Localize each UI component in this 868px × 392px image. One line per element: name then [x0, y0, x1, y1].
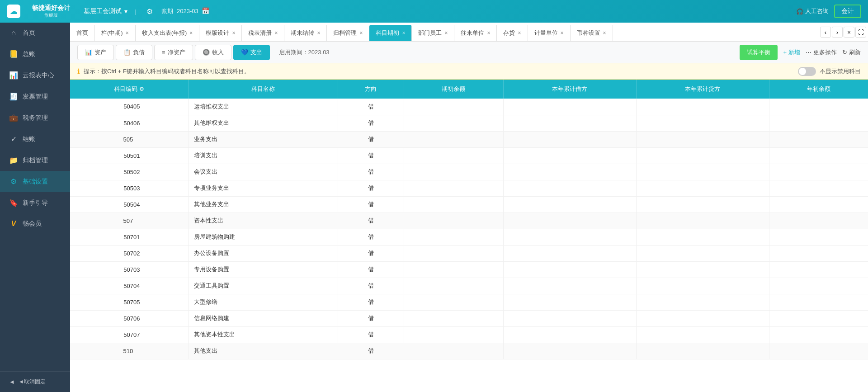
- calc-balance-button[interactable]: 试算平衡: [740, 45, 778, 60]
- tab-partner[interactable]: 往来单位 ×: [454, 25, 497, 41]
- sidebar-item-invoice[interactable]: 🧾 发票管理: [0, 86, 70, 107]
- table-row[interactable]: 50702 办公设备购置 借: [70, 245, 868, 261]
- tab-balance-mid[interactable]: 栏(中期) ×: [95, 25, 136, 41]
- tab-dept[interactable]: 部门员工 ×: [412, 25, 454, 41]
- col-opening: 期初余额: [404, 80, 503, 99]
- tab-income-year[interactable]: 收入支出表(年报) ×: [136, 25, 200, 41]
- tab-expand-button[interactable]: ⛶: [855, 27, 866, 38]
- project-name: 基层工会测试: [84, 7, 122, 15]
- cell-ytd-debit: [503, 294, 636, 310]
- cell-code: 50707: [70, 326, 188, 343]
- table-row[interactable]: 505 业务支出 借: [70, 131, 868, 147]
- tab-home[interactable]: 首页: [70, 25, 95, 41]
- sidebar-label-ledger: 总账: [23, 50, 35, 58]
- tab-next-button[interactable]: ›: [832, 27, 843, 38]
- tab-close-tax[interactable]: ×: [274, 30, 278, 36]
- sidebar-item-reports[interactable]: 📊 云报表中心: [0, 65, 70, 86]
- cell-ytd-credit: [636, 326, 769, 343]
- tab-close-unit[interactable]: ×: [561, 30, 564, 36]
- tab-tax[interactable]: 税表清册 ×: [242, 25, 284, 41]
- calendar-icon[interactable]: 📅: [202, 7, 209, 14]
- sidebar-collapse-button[interactable]: ◄ ◄取消固定: [0, 371, 70, 392]
- help-button[interactable]: 🎧 人工咨询: [796, 7, 829, 15]
- sub-tab-income[interactable]: 🔘 收入: [195, 45, 231, 60]
- add-button[interactable]: + 新增: [783, 48, 800, 57]
- sidebar-item-home[interactable]: ⌂ 首页: [0, 23, 70, 43]
- cell-ytd-credit: [636, 278, 769, 294]
- tab-unit[interactable]: 计量单位 ×: [528, 25, 571, 41]
- tab-close-period[interactable]: ×: [317, 30, 320, 36]
- cell-ytd-balance: [769, 213, 868, 229]
- table-row[interactable]: 50707 其他资本性支出 借: [70, 326, 868, 343]
- sidebar-label-reports: 云报表中心: [23, 71, 54, 80]
- table-row[interactable]: 50704 交通工具购置 借: [70, 278, 868, 294]
- cell-ytd-credit: [636, 115, 769, 131]
- sidebar-item-archive[interactable]: 📁 归档管理: [0, 150, 70, 171]
- sub-tab-liability[interactable]: 📋 负债: [116, 45, 152, 60]
- cell-ytd-debit: [503, 343, 636, 359]
- cell-ytd-balance: [769, 326, 868, 343]
- cell-direction: 借: [338, 213, 404, 229]
- cell-direction: 借: [338, 196, 404, 213]
- table-row[interactable]: 50501 培训支出 借: [70, 147, 868, 164]
- tab-prev-button[interactable]: ‹: [820, 27, 831, 38]
- table-row[interactable]: 50503 专项业务支出 借: [70, 180, 868, 196]
- table-row[interactable]: 50706 信息网络购建 借: [70, 310, 868, 326]
- cell-code: 50405: [70, 99, 188, 115]
- sidebar-item-member[interactable]: V 畅会员: [0, 213, 70, 234]
- sidebar-item-settle[interactable]: ✓ 结账: [0, 128, 70, 150]
- sub-tab-expense[interactable]: 💙 支出: [233, 45, 270, 60]
- net-asset-icon: ≡: [162, 49, 165, 56]
- tab-close-currency[interactable]: ×: [603, 30, 606, 36]
- table-row[interactable]: 50504 其他业务支出 借: [70, 196, 868, 213]
- header-divider: |: [135, 8, 136, 15]
- tab-close-income[interactable]: ×: [189, 30, 193, 36]
- tab-archive[interactable]: 归档管理 ×: [327, 25, 369, 41]
- table-row[interactable]: 50701 房屋建筑物购建 借: [70, 229, 868, 245]
- settings-icon[interactable]: ⚙: [143, 5, 156, 18]
- sidebar-item-tax[interactable]: 💼 税务管理: [0, 107, 70, 128]
- cell-name: 大型修缮: [188, 294, 338, 310]
- tab-close-partner[interactable]: ×: [487, 30, 490, 36]
- cell-ytd-debit: [503, 278, 636, 294]
- col-direction: 方向: [338, 80, 404, 99]
- tab-close-all-button[interactable]: ×: [844, 27, 854, 38]
- refresh-button[interactable]: ↻ 刷新: [842, 48, 861, 57]
- sidebar-item-settings[interactable]: ⚙ 基础设置: [0, 171, 70, 192]
- table-row[interactable]: 507 资本性支出 借: [70, 213, 868, 229]
- tab-currency[interactable]: 币种设置 ×: [571, 25, 613, 41]
- tab-inventory[interactable]: 存货 ×: [497, 25, 528, 41]
- switch-toggle[interactable]: [798, 67, 816, 76]
- sub-tab-net-asset[interactable]: ≡ 净资产: [154, 45, 193, 60]
- more-ops-button[interactable]: ⋯ 更多操作: [806, 48, 837, 57]
- cell-ytd-debit: [503, 115, 636, 131]
- toggle-disabled-subjects[interactable]: 不显示禁用科目: [798, 67, 861, 76]
- table-row[interactable]: 510 其他支出 借: [70, 343, 868, 359]
- tab-close-inventory[interactable]: ×: [518, 30, 521, 36]
- sidebar-item-guide[interactable]: 🔖 新手引导: [0, 192, 70, 213]
- project-selector[interactable]: 基层工会测试 ▾: [84, 7, 127, 15]
- tab-close-balance[interactable]: ×: [126, 30, 129, 36]
- cell-ytd-credit: [636, 245, 769, 261]
- gear-icon[interactable]: ⚙: [139, 86, 144, 92]
- table-row[interactable]: 50705 大型修缮 借: [70, 294, 868, 310]
- tab-close-template[interactable]: ×: [232, 30, 235, 36]
- table-row[interactable]: 50406 其他维权支出 借: [70, 115, 868, 131]
- tab-period-end[interactable]: 期末结转 ×: [284, 25, 327, 41]
- sub-tab-asset[interactable]: 📊 资产: [77, 45, 114, 60]
- tab-subject-init[interactable]: 科目期初 ×: [369, 25, 412, 41]
- table-row[interactable]: 50703 专用设备购置 借: [70, 261, 868, 278]
- tab-label-home: 首页: [76, 29, 88, 37]
- headphone-icon: 🎧: [796, 8, 803, 15]
- tab-close-dept[interactable]: ×: [444, 30, 448, 36]
- tab-template[interactable]: 模版设计 ×: [199, 25, 242, 41]
- sidebar-item-ledger[interactable]: 📒 总账: [0, 43, 70, 65]
- cell-direction: 借: [338, 326, 404, 343]
- table-row[interactable]: 50502 会议支出 借: [70, 164, 868, 180]
- tax-icon: 💼: [9, 113, 18, 122]
- table-row[interactable]: 50405 运培维权支出 借: [70, 99, 868, 115]
- cell-opening: [404, 278, 503, 294]
- account-button[interactable]: 会计: [834, 5, 861, 18]
- tab-close-subject[interactable]: ×: [402, 30, 405, 36]
- tab-close-archive[interactable]: ×: [359, 30, 363, 36]
